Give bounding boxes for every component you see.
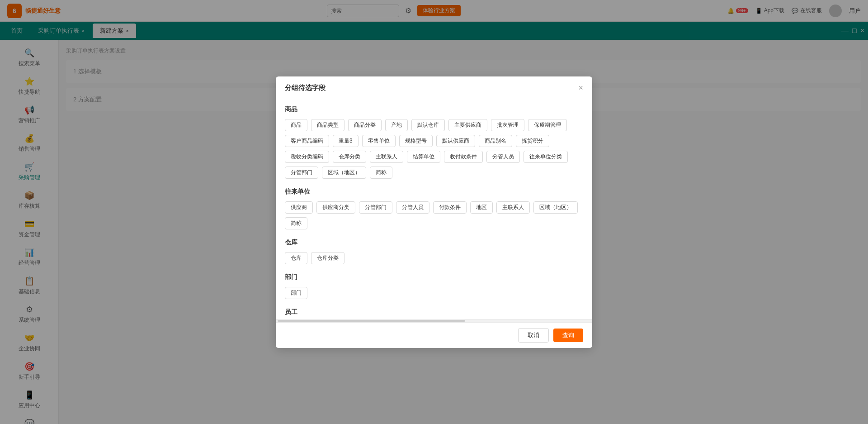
modal-body: 商品 商品 商品类型 商品分类 产地 默认仓库 主要供应商 批次管理 保质期管理…	[276, 98, 592, 319]
modal-header: 分组待选字段 ×	[276, 76, 592, 98]
confirm-button[interactable]: 查询	[553, 329, 583, 342]
field-tag[interactable]: 分管部门	[285, 167, 318, 179]
field-tag[interactable]: 商品类型	[311, 119, 344, 131]
field-tag[interactable]: 默认供应商	[436, 135, 475, 147]
field-tag[interactable]: 区域（地区）	[533, 201, 578, 214]
cancel-button[interactable]: 取消	[518, 328, 549, 343]
field-tag[interactable]: 税收分类编码	[285, 151, 329, 163]
field-tag[interactable]: 简称	[370, 167, 392, 179]
field-tag[interactable]: 分管部门	[359, 201, 392, 214]
section-employee-title: 员工	[285, 308, 583, 316]
field-tag[interactable]: 部门	[285, 287, 307, 299]
field-tag[interactable]: 付款条件	[433, 201, 467, 214]
field-tag[interactable]: 拣货积分	[516, 135, 549, 147]
field-tag[interactable]: 往来单位分类	[524, 151, 568, 163]
field-tag[interactable]: 区域（地区）	[322, 167, 366, 179]
field-tag[interactable]: 简称	[285, 217, 307, 229]
field-tag[interactable]: 重量3	[333, 135, 359, 147]
field-tag[interactable]: 结算单位	[407, 151, 440, 163]
section-partner-title: 往来单位	[285, 188, 583, 196]
field-tag[interactable]: 主联系人	[370, 151, 403, 163]
field-select-modal: 分组待选字段 × 商品 商品 商品类型 商品分类 产地 默认仓库 主要供应商 批…	[276, 76, 592, 348]
field-tag[interactable]: 供应商分类	[316, 201, 355, 214]
section-product: 商品 商品 商品类型 商品分类 产地 默认仓库 主要供应商 批次管理 保质期管理…	[285, 105, 583, 179]
field-tag[interactable]: 商品别名	[479, 135, 512, 147]
section-employee: 员工 业务员	[285, 308, 583, 319]
partner-fields: 供应商 供应商分类 分管部门 分管人员 付款条件 地区 主联系人 区域（地区） …	[285, 201, 583, 229]
field-tag[interactable]: 收付款条件	[444, 151, 483, 163]
field-tag[interactable]: 供应商	[285, 201, 313, 214]
section-warehouse: 仓库 仓库 仓库分类	[285, 238, 583, 264]
section-warehouse-title: 仓库	[285, 238, 583, 247]
field-tag[interactable]: 客户商品编码	[285, 135, 329, 147]
section-partner: 往来单位 供应商 供应商分类 分管部门 分管人员 付款条件 地区 主联系人 区域…	[285, 188, 583, 229]
field-tag[interactable]: 分管人员	[486, 151, 520, 163]
warehouse-fields: 仓库 仓库分类	[285, 252, 583, 264]
section-department-title: 部门	[285, 273, 583, 281]
modal-hscroll-thumb	[278, 320, 465, 322]
field-tag[interactable]: 地区	[470, 201, 493, 214]
field-tag[interactable]: 规格型号	[399, 135, 433, 147]
field-tag[interactable]: 零售单位	[362, 135, 396, 147]
modal-close-button[interactable]: ×	[578, 84, 583, 92]
product-fields: 商品 商品类型 商品分类 产地 默认仓库 主要供应商 批次管理 保质期管理 客户…	[285, 119, 583, 179]
field-tag[interactable]: 分管人员	[396, 201, 429, 214]
section-product-title: 商品	[285, 105, 583, 114]
department-fields: 部门	[285, 287, 583, 299]
field-tag[interactable]: 商品分类	[348, 119, 382, 131]
field-tag[interactable]: 仓库	[285, 252, 307, 264]
field-tag[interactable]: 仓库分类	[311, 252, 344, 264]
field-tag[interactable]: 保质期管理	[528, 119, 567, 131]
modal-footer: 取消 查询	[276, 322, 592, 348]
field-tag[interactable]: 批次管理	[491, 119, 524, 131]
field-tag[interactable]: 默认仓库	[411, 119, 445, 131]
field-tag[interactable]: 产地	[385, 119, 408, 131]
modal-overlay: 分组待选字段 × 商品 商品 商品类型 商品分类 产地 默认仓库 主要供应商 批…	[0, 0, 868, 424]
field-tag[interactable]: 主要供应商	[448, 119, 487, 131]
field-tag[interactable]: 主联系人	[496, 201, 530, 214]
section-department: 部门 部门	[285, 273, 583, 299]
modal-title: 分组待选字段	[285, 84, 326, 92]
field-tag[interactable]: 仓库分类	[333, 151, 366, 163]
field-tag[interactable]: 商品	[285, 119, 307, 131]
